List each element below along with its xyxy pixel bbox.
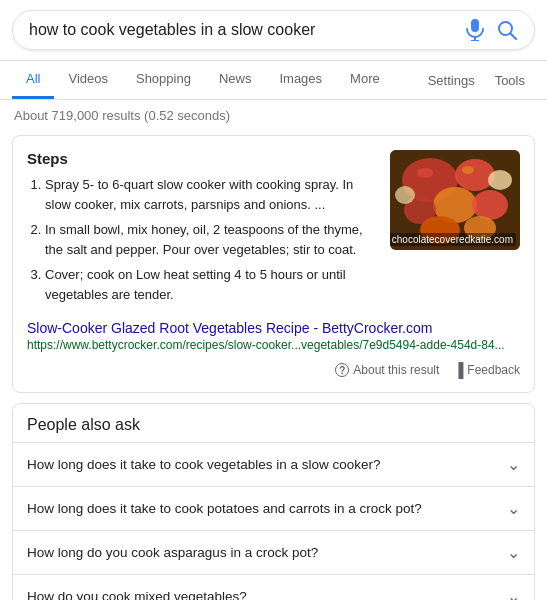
paa-item-1[interactable]: How long does it take to cook vegetables… bbox=[13, 442, 534, 486]
step-3: Cover; cook on Low heat setting 4 to 5 h… bbox=[45, 265, 378, 304]
search-button[interactable] bbox=[496, 19, 518, 41]
paa-title: People also ask bbox=[13, 404, 534, 442]
mic-icon[interactable] bbox=[464, 19, 486, 41]
results-count: About 719,000 results (0.52 seconds) bbox=[0, 100, 547, 131]
question-icon: ? bbox=[335, 363, 349, 377]
tab-news[interactable]: News bbox=[205, 61, 266, 99]
svg-point-16 bbox=[462, 166, 474, 174]
snippet-url: https://www.bettycrocker.com/recipes/slo… bbox=[27, 338, 520, 352]
search-input[interactable] bbox=[29, 21, 456, 39]
search-bar bbox=[12, 10, 535, 50]
svg-point-14 bbox=[395, 186, 415, 204]
chevron-down-icon-4: ⌄ bbox=[507, 587, 520, 600]
snippet-inner: Steps Spray 5- to 6-quart slow cooker wi… bbox=[27, 150, 520, 310]
tab-images[interactable]: Images bbox=[265, 61, 336, 99]
tab-more[interactable]: More bbox=[336, 61, 394, 99]
svg-rect-0 bbox=[471, 19, 479, 32]
svg-point-7 bbox=[455, 159, 495, 191]
tab-all[interactable]: All bbox=[12, 61, 54, 99]
tab-videos[interactable]: Videos bbox=[54, 61, 122, 99]
chevron-down-icon-3: ⌄ bbox=[507, 543, 520, 562]
svg-point-13 bbox=[488, 170, 512, 190]
paa-question-1: How long does it take to cook vegetables… bbox=[27, 457, 380, 472]
steps-title: Steps bbox=[27, 150, 378, 167]
feedback-icon: ▐ bbox=[453, 362, 463, 378]
snippet-link: Slow-Cooker Glazed Root Vegetables Recip… bbox=[27, 320, 520, 352]
tools-link[interactable]: Tools bbox=[485, 63, 535, 98]
step-2: In small bowl, mix honey, oil, 2 teaspoo… bbox=[45, 220, 378, 259]
paa-question-4: How do you cook mixed vegetables? bbox=[27, 589, 247, 600]
paa-item-2[interactable]: How long does it take to cook potatoes a… bbox=[13, 486, 534, 530]
snippet-image-box: chocolatecoveredkatie.com bbox=[390, 150, 520, 250]
image-attribution: chocolatecoveredkatie.com bbox=[390, 233, 516, 246]
paa-question-3: How long do you cook asparagus in a croc… bbox=[27, 545, 318, 560]
chevron-down-icon-2: ⌄ bbox=[507, 499, 520, 518]
featured-snippet-card: Steps Spray 5- to 6-quart slow cooker wi… bbox=[12, 135, 535, 393]
about-result[interactable]: ? About this result bbox=[335, 363, 439, 377]
paa-item-4[interactable]: How do you cook mixed vegetables? ⌄ bbox=[13, 574, 534, 600]
about-result-label: About this result bbox=[353, 363, 439, 377]
snippet-content: Steps Spray 5- to 6-quart slow cooker wi… bbox=[27, 150, 378, 310]
settings-link[interactable]: Settings bbox=[418, 63, 485, 98]
people-also-ask-card: People also ask How long does it take to… bbox=[12, 403, 535, 600]
svg-line-4 bbox=[511, 34, 517, 40]
snippet-feedback[interactable]: ▐ Feedback bbox=[453, 362, 520, 378]
snippet-link-anchor[interactable]: Slow-Cooker Glazed Root Vegetables Recip… bbox=[27, 320, 432, 336]
search-bar-wrapper bbox=[0, 0, 547, 61]
svg-point-10 bbox=[472, 190, 508, 220]
snippet-steps: Spray 5- to 6-quart slow cooker with coo… bbox=[27, 175, 378, 304]
nav-tabs: All Videos Shopping News Images More Set… bbox=[0, 61, 547, 100]
snippet-footer: ? About this result ▐ Feedback bbox=[27, 362, 520, 378]
snippet-feedback-label: Feedback bbox=[467, 363, 520, 377]
paa-item-3[interactable]: How long do you cook asparagus in a croc… bbox=[13, 530, 534, 574]
step-1: Spray 5- to 6-quart slow cooker with coo… bbox=[45, 175, 378, 214]
paa-question-2: How long does it take to cook potatoes a… bbox=[27, 501, 422, 516]
svg-point-15 bbox=[417, 168, 433, 178]
tab-shopping[interactable]: Shopping bbox=[122, 61, 205, 99]
snippet-image: chocolatecoveredkatie.com bbox=[390, 150, 520, 310]
search-icons bbox=[464, 19, 518, 41]
chevron-down-icon-1: ⌄ bbox=[507, 455, 520, 474]
